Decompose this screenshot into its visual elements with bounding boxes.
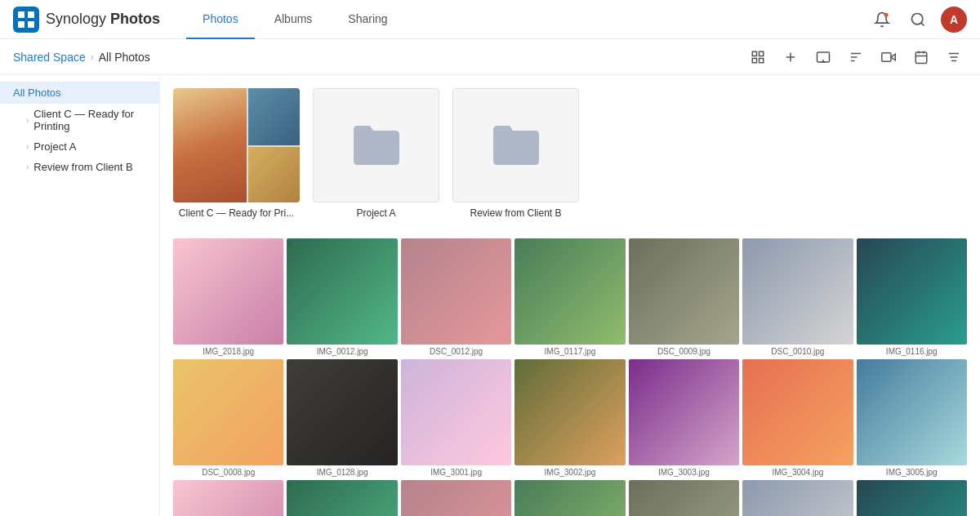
photo-filename: IMG_0128.jpg	[287, 468, 397, 477]
photo-thumbnail	[742, 359, 853, 465]
synology-logo-icon	[13, 7, 39, 33]
filter-button[interactable]	[941, 44, 967, 70]
photo-filename: IMG_2018.jpg	[173, 347, 283, 356]
svg-rect-0	[13, 7, 39, 33]
photo-item-15[interactable]	[173, 480, 283, 516]
photos-grid-row1: IMG_2018.jpgIMG_0012.jpgDSC_0012.jpgIMG_…	[173, 238, 967, 356]
svg-rect-8	[752, 51, 756, 56]
svg-rect-9	[760, 51, 764, 56]
photo-thumbnail	[287, 480, 397, 516]
photo-item-3[interactable]: DSC_0012.jpg	[401, 238, 511, 356]
photo-filename: IMG_3005.jpg	[857, 468, 967, 477]
grid-view-button[interactable]	[745, 44, 771, 70]
main-nav: Photos Albums Sharing	[186, 0, 404, 38]
photo-item-4[interactable]: IMG_0117.jpg	[514, 238, 625, 356]
photo-thumbnail	[173, 359, 283, 465]
header-actions: A	[869, 7, 967, 33]
folder-name-review-b: Review from Client B	[452, 207, 579, 219]
svg-rect-3	[18, 21, 24, 28]
sidebar-arrow-project-a: ›	[26, 142, 29, 151]
main-container: All Photos › Client C — Ready for Printi…	[0, 75, 980, 516]
photo-thumbnail	[173, 480, 283, 516]
photos-grid-row3	[173, 480, 967, 516]
photo-thumbnail	[287, 238, 397, 345]
client-c-label: Client C — Ready for Printing	[33, 108, 146, 132]
slideshow-button[interactable]	[810, 44, 836, 70]
video-button[interactable]	[875, 44, 902, 70]
photo-filename: DSC_0008.jpg	[173, 468, 283, 477]
content-area: Client C — Ready for Pri... Project A	[160, 75, 980, 516]
photo-item-12[interactable]: IMG_3003.jpg	[629, 359, 739, 477]
review-b-label: Review from Client B	[33, 161, 132, 173]
svg-point-5	[884, 12, 889, 16]
sidebar-item-client-c[interactable]: › Client C — Ready for Printing	[0, 104, 159, 136]
folder-card-client-c[interactable]: Client C — Ready for Pri...	[173, 88, 300, 219]
photo-item-8[interactable]: DSC_0008.jpg	[173, 359, 283, 477]
project-a-label: Project A	[33, 140, 76, 153]
svg-rect-21	[882, 52, 891, 61]
photo-filename: IMG_0116.jpg	[857, 347, 967, 356]
svg-marker-20	[891, 54, 895, 60]
photo-thumbnail	[857, 480, 967, 516]
photo-item-13[interactable]: IMG_3004.jpg	[742, 359, 853, 477]
sidebar-item-all-photos[interactable]: All Photos	[0, 82, 159, 104]
breadcrumb: Shared Space › All Photos	[13, 51, 150, 64]
folder-card-review-b[interactable]: Review from Client B	[452, 88, 579, 219]
sidebar: All Photos › Client C — Ready for Printi…	[0, 75, 160, 516]
photos-grid-row2: DSC_0008.jpgIMG_0128.jpgIMG_3001.jpgIMG_…	[173, 359, 967, 477]
add-button[interactable]	[777, 44, 804, 70]
sidebar-item-project-a[interactable]: › Project A	[0, 136, 159, 157]
svg-rect-1	[18, 11, 24, 18]
photo-thumbnail	[401, 480, 511, 516]
logo-text: Synology Photos	[46, 11, 160, 28]
photo-thumbnail	[742, 238, 853, 345]
svg-line-7	[921, 22, 924, 25]
photo-thumbnail	[173, 238, 283, 345]
sidebar-item-review-b[interactable]: › Review from Client B	[0, 157, 159, 177]
photo-item-20[interactable]	[742, 480, 853, 516]
svg-rect-4	[28, 21, 34, 28]
svg-rect-22	[915, 52, 927, 64]
logo[interactable]: Synology Photos	[13, 7, 160, 33]
photo-item-10[interactable]: IMG_3001.jpg	[401, 359, 511, 477]
photo-thumbnail	[514, 480, 625, 516]
photo-thumbnail	[287, 359, 397, 465]
photo-item-16[interactable]	[287, 480, 397, 516]
nav-tab-sharing[interactable]: Sharing	[332, 0, 403, 39]
photo-item-5[interactable]: DSC_0009.jpg	[629, 238, 739, 356]
photo-item-2[interactable]: IMG_0012.jpg	[287, 238, 397, 356]
photo-filename: DSC_0010.jpg	[742, 347, 853, 356]
folder-card-project-a[interactable]: Project A	[313, 88, 439, 219]
photo-filename: IMG_3004.jpg	[742, 468, 853, 477]
nav-tab-photos[interactable]: Photos	[186, 0, 255, 39]
photo-item-11[interactable]: IMG_3002.jpg	[514, 359, 625, 477]
breadcrumb-parent[interactable]: Shared Space	[13, 51, 86, 64]
photo-item-19[interactable]	[629, 480, 739, 516]
photo-filename: IMG_3002.jpg	[514, 468, 625, 477]
photo-thumbnail	[401, 238, 511, 345]
user-avatar[interactable]: A	[941, 7, 967, 33]
photo-item-18[interactable]	[514, 480, 625, 516]
photo-item-21[interactable]	[857, 480, 967, 516]
photo-item-17[interactable]	[401, 480, 511, 516]
sub-header: Shared Space › All Photos	[0, 39, 980, 75]
photo-thumbnail	[857, 238, 967, 345]
nav-tab-albums[interactable]: Albums	[258, 0, 329, 39]
photo-thumbnail	[514, 238, 625, 345]
photo-item-1[interactable]: IMG_2018.jpg	[173, 238, 283, 356]
folder-section: Client C — Ready for Pri... Project A	[173, 88, 967, 219]
photo-item-6[interactable]: DSC_0010.jpg	[742, 238, 853, 356]
notification-button[interactable]	[869, 7, 895, 33]
search-button[interactable]	[905, 7, 931, 33]
svg-point-6	[912, 13, 923, 24]
photo-item-14[interactable]: IMG_3005.jpg	[857, 359, 967, 477]
photo-filename: IMG_0012.jpg	[287, 347, 397, 356]
photo-item-9[interactable]: IMG_0128.jpg	[287, 359, 397, 477]
breadcrumb-separator: ›	[91, 51, 94, 63]
svg-rect-2	[28, 11, 34, 18]
sort-button[interactable]	[843, 44, 869, 70]
breadcrumb-current: All Photos	[99, 51, 150, 64]
calendar-button[interactable]	[908, 44, 934, 70]
photo-item-7[interactable]: IMG_0116.jpg	[857, 238, 967, 356]
all-photos-label: All Photos	[13, 87, 61, 99]
